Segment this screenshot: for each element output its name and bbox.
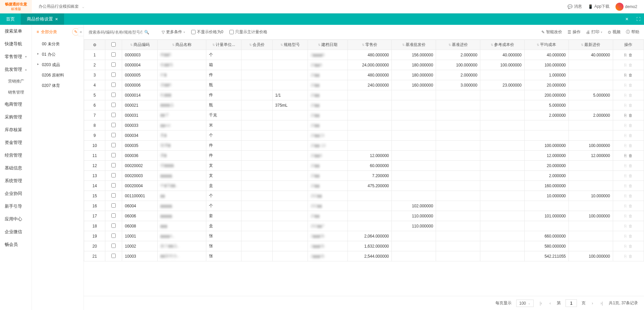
row-checkbox[interactable] bbox=[111, 62, 116, 67]
table-row[interactable]: 1910001▮▮▮▮A..张2▮▮▮052,064.000000660.000… bbox=[84, 231, 644, 241]
table-row[interactable]: 1806008▮▮▮盒202▮▮7110.000000⎘🗑 bbox=[84, 221, 644, 231]
sidebar-item[interactable]: 畅会员 bbox=[0, 238, 32, 251]
copy-icon[interactable]: ⎘ bbox=[624, 214, 627, 218]
table-row[interactable]: 1706006▮▮▮▮▮.套20▮▮110.000000101.00000010… bbox=[84, 211, 644, 221]
operate-button[interactable]: ☰操作 bbox=[568, 29, 581, 35]
only-main-unit-checkbox[interactable]: 只显示主计量价格 bbox=[229, 29, 267, 35]
copy-icon[interactable]: ⎘ bbox=[624, 143, 627, 148]
column-header[interactable]: ⇅会员价 bbox=[241, 40, 272, 50]
delete-icon[interactable]: 🗑 bbox=[629, 113, 633, 118]
sidebar-subitem[interactable]: 销售管理 bbox=[0, 87, 32, 98]
column-header[interactable]: ⇅基准进价 bbox=[436, 40, 480, 50]
sidebar-item[interactable]: 应用中心 bbox=[0, 213, 32, 225]
row-checkbox[interactable] bbox=[111, 52, 116, 57]
row-checkbox[interactable] bbox=[111, 93, 116, 97]
sidebar-item[interactable]: 企业微信 bbox=[0, 225, 32, 238]
fullscreen-button[interactable]: ⛶ bbox=[633, 13, 644, 25]
sidebar-item[interactable]: 零售管理▾ bbox=[0, 50, 32, 63]
only-main-unit-input[interactable] bbox=[229, 30, 234, 34]
delete-icon[interactable]: 🗑 bbox=[629, 63, 633, 67]
column-header[interactable]: ⇅商品编码 bbox=[122, 40, 157, 50]
table-row[interactable]: 20000004收▮▮纸箱20▮▮824,000.000000180.00000… bbox=[84, 60, 644, 70]
collapse-tree-button[interactable]: « bbox=[78, 28, 84, 36]
hide-zero-checkbox[interactable]: 不显示价格为0 bbox=[191, 29, 223, 35]
delete-icon[interactable]: 🗑 bbox=[629, 153, 633, 158]
sidebar-item[interactable]: 快捷导航 bbox=[0, 38, 32, 50]
column-header[interactable]: ⇅基准批发价 bbox=[392, 40, 436, 50]
copy-icon[interactable]: ⎘ bbox=[624, 123, 627, 128]
page-size-selector[interactable]: 100 ⌄ bbox=[516, 300, 534, 307]
column-header[interactable]: ⇅平均成本 bbox=[524, 40, 569, 50]
delete-icon[interactable]: 🗑 bbox=[629, 133, 633, 138]
close-icon[interactable]: ✕ bbox=[55, 17, 58, 21]
copy-icon[interactable]: ⎘ bbox=[624, 184, 627, 188]
copy-icon[interactable]: ⎘ bbox=[624, 244, 627, 249]
tree-item[interactable]: 01 办公 bbox=[32, 49, 84, 60]
user-menu[interactable]: demo2 bbox=[615, 3, 637, 11]
gear-icon[interactable]: ⚙ bbox=[93, 43, 97, 47]
delete-icon[interactable]: 🗑 bbox=[629, 143, 633, 148]
copy-icon[interactable]: ⎘ bbox=[624, 83, 627, 88]
tab-close-button[interactable]: ✕ bbox=[621, 13, 633, 25]
delete-icon[interactable]: 🗑 bbox=[629, 204, 633, 208]
delete-icon[interactable]: 🗑 bbox=[629, 93, 633, 98]
sidebar-item[interactable]: 电商管理 bbox=[0, 98, 32, 111]
delete-icon[interactable]: 🗑 bbox=[629, 244, 633, 249]
sidebar-item[interactable]: 经营管理 bbox=[0, 149, 32, 162]
table-row[interactable]: 1300020003▮▮▮▮▮.支20▮▮7.2000002.000000⎘🗑 bbox=[84, 171, 644, 181]
table-row[interactable]: 1606004▮▮▮▮▮.个202▮▮102.000000⎘🗑 bbox=[84, 201, 644, 211]
prev-page-button[interactable]: ‹ bbox=[548, 301, 552, 306]
column-header[interactable]: ⚙ bbox=[84, 40, 105, 50]
delete-icon[interactable]: 🗑 bbox=[629, 254, 633, 259]
first-page-button[interactable]: |‹ bbox=[538, 301, 543, 306]
table-row[interactable]: 10000035玻璃▮件20▮▮-13100.000000100.000000⎘… bbox=[84, 141, 644, 151]
copy-icon[interactable]: ⎘ bbox=[624, 133, 627, 138]
copy-icon[interactable]: ⎘ bbox=[624, 103, 627, 108]
copy-icon[interactable]: ⎘ bbox=[624, 53, 627, 57]
delete-icon[interactable]: 🗑 bbox=[629, 83, 633, 88]
search-icon[interactable]: 🔍 bbox=[144, 30, 149, 35]
tab-price-setting[interactable]: 商品价格设置 ✕ bbox=[21, 13, 64, 25]
tree-item[interactable]: 0203 成品 bbox=[32, 60, 84, 70]
copy-icon[interactable]: ⎘ bbox=[624, 73, 627, 78]
row-checkbox[interactable] bbox=[111, 254, 116, 258]
table-row[interactable]: 2010002扬力▮▮品..张2▮▮▮051,632.000000580.000… bbox=[84, 241, 644, 251]
sidebar-subitem[interactable]: 营销推广 bbox=[0, 76, 32, 87]
copy-icon[interactable]: ⎘ bbox=[624, 163, 627, 168]
search-input[interactable] bbox=[89, 30, 142, 35]
copy-icon[interactable]: ⎘ bbox=[624, 254, 627, 259]
delete-icon[interactable]: 🗑 bbox=[629, 234, 633, 239]
hide-zero-input[interactable] bbox=[191, 30, 196, 34]
delete-icon[interactable]: 🗑 bbox=[629, 73, 633, 78]
sidebar-item[interactable]: 资金管理 bbox=[0, 136, 32, 149]
tab-home[interactable]: 首页 bbox=[0, 13, 21, 25]
more-conditions-button[interactable]: ▽ 更多条件 ▾ bbox=[162, 29, 185, 35]
copy-icon[interactable]: ⎘ bbox=[624, 224, 627, 228]
row-checkbox[interactable] bbox=[111, 83, 116, 87]
row-checkbox[interactable] bbox=[111, 103, 116, 107]
last-page-button[interactable]: ›| bbox=[599, 301, 604, 306]
tree-item[interactable]: 0206 原材料 bbox=[32, 70, 84, 81]
sidebar-item[interactable]: 企业协同 bbox=[0, 187, 32, 200]
row-checkbox[interactable] bbox=[111, 203, 116, 208]
table-row[interactable]: 1400020004中▮等▮▮..盒20▮▮475.200000160.0000… bbox=[84, 181, 644, 191]
delete-icon[interactable]: 🗑 bbox=[629, 123, 633, 128]
table-row[interactable]: 50000014杜▮▮▮件1/120▮▮200.0000005.000000⎘🗑 bbox=[84, 90, 644, 100]
row-checkbox[interactable] bbox=[111, 143, 116, 147]
table-row[interactable]: 10000003棉▮▮5个2▮▮▮▮0480.000000156.0000002… bbox=[84, 50, 644, 60]
sidebar-item[interactable]: 系统管理 bbox=[0, 174, 32, 187]
tree-item[interactable]: 00 未分类 bbox=[32, 39, 84, 49]
select-all-checkbox[interactable] bbox=[111, 42, 116, 47]
app-download-button[interactable]: 📱 App下载 bbox=[588, 4, 609, 9]
copy-icon[interactable]: ⎘ bbox=[624, 113, 627, 118]
table-row[interactable]: 6000021▮▮▮▮品瓶375mL20▮▮5.000000⎘🗑 bbox=[84, 100, 644, 110]
print-button[interactable]: 🖨打印▾ bbox=[586, 29, 602, 35]
table-row[interactable]: 30000005衬▮件20▮▮480.000000180.0000002.000… bbox=[84, 70, 644, 80]
table-row[interactable]: 15001100001▮▮个202▮▮10.00000010.000000⎘🗑 bbox=[84, 191, 644, 201]
column-header[interactable]: ⇅零售价 bbox=[347, 40, 392, 50]
copy-icon[interactable]: ⎘ bbox=[624, 173, 627, 178]
video-button[interactable]: ⊙视频 bbox=[608, 29, 621, 35]
delete-icon[interactable]: 🗑 bbox=[629, 194, 633, 198]
row-checkbox[interactable] bbox=[111, 123, 116, 127]
sidebar-item[interactable]: 采购管理 bbox=[0, 111, 32, 123]
